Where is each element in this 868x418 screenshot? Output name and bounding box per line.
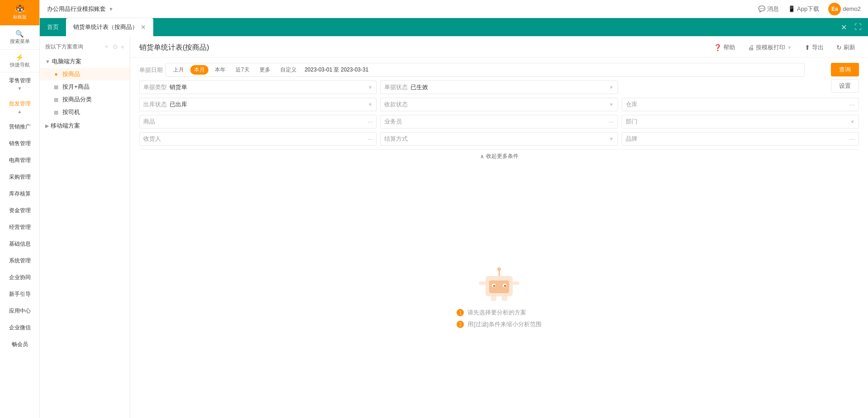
goods-label: 商品: [143, 118, 155, 126]
scheme-by-category[interactable]: ▦ 按商品分类: [40, 93, 130, 106]
settlement-label: 结算方式: [384, 135, 408, 143]
doc-type-label: 单据类型: [143, 83, 167, 91]
sidebar-item-inventory[interactable]: 库存核算: [0, 185, 39, 202]
right-main: 销货单统计表(按商品) ❓ 帮助 🖨 按模板打印 ▼ ⬆ 导出: [130, 36, 868, 418]
sidebar-item-purchase[interactable]: 采购管理: [0, 169, 39, 185]
scheme-group-pc: ▼ 电脑端方案 ● 按商品 ▦ 按月+商品 ▦ 按商品分类 ▦ 按司机: [40, 55, 130, 119]
out-status-filter[interactable]: 出库状态 已出库 ▼: [139, 98, 377, 111]
panel-title: 按以下方案查询: [45, 43, 83, 51]
svg-rect-8: [479, 281, 486, 285]
doc-status-filter[interactable]: 单据状态 已生效 ▼: [380, 81, 618, 94]
tab-sales-stat[interactable]: 销货单统计表（按商品） ✕: [66, 18, 153, 36]
empty-state: 1 请先选择要分析的方案 2 用[过滤]条件来缩小分析范围: [130, 168, 868, 418]
sidebar-item-retail[interactable]: 零售管理 ▼: [0, 72, 39, 95]
messages-btn[interactable]: 💬 消息: [758, 5, 779, 13]
date-btn-last7[interactable]: 近7天: [232, 65, 253, 75]
filter-row-4: 商品 ··· 业务员 ··· 部门 ▼: [139, 115, 859, 128]
warehouse-dots-icon: ···: [849, 101, 855, 108]
scheme-icon-1: ▦: [52, 83, 60, 90]
scheme-by-goods[interactable]: ● 按商品: [40, 68, 130, 81]
top-header: 办公用品行业模拟账套 ▼ 💬 消息 📱 App下载 Ea demo2: [40, 0, 868, 18]
payment-status-filter[interactable]: 收款状态 ▼: [380, 98, 618, 111]
search-menu[interactable]: 🔍 搜索菜单: [0, 25, 39, 50]
app-download-btn[interactable]: 📱 App下载: [788, 5, 819, 13]
user-menu[interactable]: Ea demo2: [828, 3, 861, 15]
sidebar: 🐯 标账版 🔍 搜索菜单 ⚡ 快捷导航 零售管理 ▼ 批发管理 ▲ 营销推广 销…: [0, 0, 40, 418]
date-btn-custom[interactable]: 自定义: [277, 65, 300, 75]
collapse-panel-icon[interactable]: «: [121, 43, 124, 50]
svg-rect-1: [489, 280, 509, 293]
tab-maximize-btn[interactable]: ⛶: [852, 21, 864, 33]
goods-filter[interactable]: 商品 ···: [139, 115, 377, 128]
salesperson-label: 业务员: [384, 118, 402, 126]
add-scheme-icon[interactable]: ＋: [104, 43, 110, 51]
panel-header: 按以下方案查询 ＋ ⊙ «: [40, 40, 130, 53]
department-filter[interactable]: 部门 ▼: [622, 115, 859, 128]
tab-controls: ✕ ⛶: [837, 21, 868, 33]
tab-bar: 首页 销货单统计表（按商品） ✕ ✕ ⛶: [40, 18, 868, 36]
industry-name: 办公用品行业模拟账套: [47, 5, 106, 13]
print-btn[interactable]: 🖨 按模板打印 ▼: [744, 42, 796, 53]
date-range: 2023-03-01 至 2023-03-31: [305, 66, 368, 74]
download-icon: 📱: [788, 5, 795, 12]
export-btn[interactable]: ⬆ 导出: [801, 42, 827, 53]
retail-arrow-icon: ▼: [18, 86, 22, 91]
sidebar-item-basic[interactable]: 基础信息: [0, 236, 39, 252]
sidebar-item-company[interactable]: 企业协同: [0, 269, 39, 286]
settings-button[interactable]: 设置: [831, 79, 859, 93]
filter-row-3: 出库状态 已出库 ▼ 收款状态 ▼ 仓库 ···: [139, 98, 859, 111]
sidebar-item-finance[interactable]: 资金管理: [0, 202, 39, 219]
help-icon: ❓: [714, 44, 722, 51]
scheme-group-mobile-header[interactable]: ▶ 移动端方案: [40, 119, 130, 132]
sidebar-item-operation[interactable]: 经营管理: [0, 219, 39, 236]
query-actions: 查询 设置: [831, 63, 859, 93]
industry-selector[interactable]: 办公用品行业模拟账套 ▼: [47, 5, 113, 13]
scheme-group-mobile: ▶ 移动端方案: [40, 119, 130, 132]
sidebar-item-guide[interactable]: 新手引导: [0, 286, 39, 303]
sidebar-item-member[interactable]: 畅会员: [0, 336, 39, 353]
sidebar-item-sales[interactable]: 销售管理: [0, 135, 39, 152]
sidebar-item-marketing[interactable]: 营销推广: [0, 119, 39, 135]
recipient-filter[interactable]: 收货人 ···: [139, 132, 377, 146]
sidebar-item-wholesale[interactable]: 批发管理 ▲: [0, 95, 39, 119]
quick-nav[interactable]: ⚡ 快捷导航: [0, 50, 39, 72]
collapse-button[interactable]: ∧ 收起更多条件: [139, 149, 859, 163]
scheme-by-cashier[interactable]: ▦ 按司机: [40, 106, 130, 119]
date-btn-lastmonth[interactable]: 上月: [170, 65, 188, 75]
tab-close-btn[interactable]: ✕: [837, 21, 850, 33]
help-btn[interactable]: ❓ 帮助: [710, 42, 739, 53]
tab-home[interactable]: 首页: [40, 18, 66, 36]
date-btn-thismonth[interactable]: 本月: [190, 65, 208, 75]
mobile-group-icon: ▶: [45, 123, 49, 129]
refresh-btn[interactable]: ↻ 刷新: [833, 42, 859, 53]
recipient-dots-icon: ···: [368, 135, 373, 142]
settings-scheme-icon[interactable]: ⊙: [113, 43, 118, 50]
sidebar-item-wechat[interactable]: 企业微信: [0, 319, 39, 336]
scheme-group-pc-header[interactable]: ▼ 电脑端方案: [40, 55, 130, 68]
svg-point-4: [493, 285, 495, 287]
doc-type-arrow-icon: ▼: [368, 85, 373, 90]
salesperson-filter[interactable]: 业务员 ···: [380, 115, 618, 128]
empty-tip-2: 2 用[过滤]条件来缩小分析范围: [457, 320, 541, 328]
content-wrapper: 按以下方案查询 ＋ ⊙ « ▼ 电脑端方案 ● 按商品 ▦ 按月: [40, 36, 868, 418]
query-button[interactable]: 查询: [831, 63, 859, 76]
svg-point-7: [497, 267, 501, 271]
sidebar-item-ecommerce[interactable]: 电商管理: [0, 152, 39, 169]
sidebar-item-system[interactable]: 系统管理: [0, 252, 39, 269]
print-icon: 🖨: [748, 44, 754, 51]
scheme-icon-2: ▦: [52, 96, 60, 103]
sidebar-item-apps[interactable]: 应用中心: [0, 303, 39, 319]
doc-type-filter[interactable]: 单据类型 销货单 ▼: [139, 81, 377, 94]
out-status-arrow-icon: ▼: [368, 102, 373, 107]
refresh-icon: ↻: [836, 44, 842, 51]
brand-filter[interactable]: 品牌 ···: [622, 132, 859, 146]
message-icon: 💬: [758, 5, 765, 12]
warehouse-filter[interactable]: 仓库 ···: [622, 98, 859, 111]
tab-close-icon[interactable]: ✕: [141, 24, 146, 30]
scheme-by-month-goods[interactable]: ▦ 按月+商品: [40, 81, 130, 93]
date-btn-thisyear[interactable]: 本年: [211, 65, 229, 75]
settlement-filter[interactable]: 结算方式 ▼: [380, 132, 618, 146]
avatar: Ea: [828, 3, 841, 15]
date-btn-more[interactable]: 更多: [256, 65, 274, 75]
svg-rect-9: [512, 281, 519, 285]
